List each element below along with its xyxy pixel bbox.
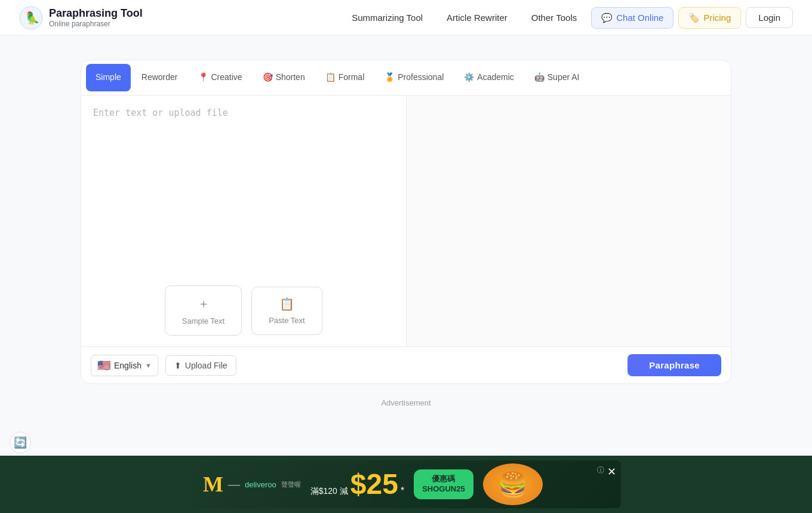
- sample-text-button[interactable]: ＋ Sample Text: [165, 285, 242, 336]
- tab-shorten[interactable]: 🎯 Shorten: [253, 64, 315, 91]
- advertisement-section: Advertisement: [81, 384, 731, 422]
- nav-other-tools[interactable]: Other Tools: [522, 8, 586, 27]
- shorten-icon: 🎯: [263, 72, 273, 82]
- sample-text-label: Sample Text: [182, 317, 224, 325]
- nav-article-rewriter[interactable]: Article Rewriter: [437, 8, 517, 27]
- ad-promo-suffix: *: [401, 486, 404, 496]
- editor-left-panel: ＋ Sample Text 📋 Paste Text: [81, 96, 407, 346]
- tab-creative-label: Creative: [211, 72, 242, 82]
- tab-simple[interactable]: Simple: [86, 64, 131, 91]
- tab-reworder-label: Reworder: [142, 72, 178, 82]
- creative-icon: 📍: [198, 72, 208, 82]
- tab-super-ai[interactable]: 🤖 Super AI: [525, 64, 589, 91]
- super-ai-icon: 🤖: [534, 72, 545, 82]
- tabs-bar: Simple Reworder 📍 Creative 🎯 Shorten 📋 F…: [81, 60, 731, 96]
- nav-summarizing-tool[interactable]: Summarizing Tool: [342, 8, 432, 27]
- tab-simple-label: Simple: [96, 72, 121, 82]
- tab-formal[interactable]: 📋 Formal: [316, 64, 374, 91]
- nav-login-button[interactable]: Login: [746, 7, 793, 28]
- bottom-floating-icon[interactable]: 🔄: [10, 432, 31, 453]
- ad-content: ⓘ ✕ M — deliveroo 聲聲喔 滿$120 減 $25 * 優惠碼 …: [191, 460, 621, 508]
- clipboard-icon: 📋: [279, 297, 294, 311]
- ad-food-image: 🍔: [483, 463, 543, 505]
- formal-icon: 📋: [325, 72, 336, 82]
- upload-label: Upload File: [185, 361, 227, 370]
- tab-formal-label: Formal: [339, 72, 365, 82]
- professional-icon: 🏅: [385, 72, 395, 82]
- tab-creative[interactable]: 📍 Creative: [189, 64, 252, 91]
- header-nav: Summarizing Tool Article Rewriter Other …: [342, 7, 793, 29]
- ad-mcdonalds: M — deliveroo 聲聲喔 滿$120 減 $25 * 優惠碼 SHOG…: [203, 463, 609, 505]
- editor-action-buttons: ＋ Sample Text 📋 Paste Text: [81, 275, 406, 346]
- upload-icon: ⬆: [174, 361, 182, 370]
- pricing-icon: 🏷️: [688, 13, 700, 23]
- nav-pricing-button[interactable]: 🏷️ Pricing: [678, 7, 741, 29]
- deliveroo-text: deliveroo: [245, 480, 276, 489]
- paraphrase-button[interactable]: Paraphrase: [628, 354, 721, 376]
- editor-area: ＋ Sample Text 📋 Paste Text: [81, 96, 731, 346]
- ad-promo-prefix: 滿$120 減: [310, 486, 348, 497]
- ad-promo-amount: $25: [350, 470, 398, 499]
- ad-close-button[interactable]: ✕: [607, 465, 616, 478]
- tab-academic-label: Academic: [477, 72, 513, 82]
- logo-icon: 🦜: [19, 6, 43, 30]
- editor-right-panel: [407, 96, 731, 346]
- tab-reworder[interactable]: Reworder: [132, 64, 187, 91]
- mcdonalds-logo: M: [203, 472, 223, 497]
- logo-title: Paraphrasing Tool: [49, 7, 143, 20]
- logo-link[interactable]: 🦜 Paraphrasing Tool Online paraphraser: [19, 6, 143, 30]
- separator: —: [228, 478, 240, 492]
- svg-text:🦜: 🦜: [25, 11, 40, 25]
- chat-online-label: Chat Online: [616, 13, 663, 23]
- coupon-code: SHOGUN25: [422, 484, 465, 494]
- ad-info-icon[interactable]: ⓘ: [597, 465, 604, 475]
- academic-icon: ⚙️: [464, 72, 474, 82]
- flag-icon: 🇺🇸: [97, 359, 110, 372]
- ad-promo-text: 滿$120 減 $25 *: [310, 470, 404, 499]
- ad-banner: ⓘ ✕ M — deliveroo 聲聲喔 滿$120 減 $25 * 優惠碼 …: [0, 456, 812, 513]
- chat-icon: 💬: [601, 13, 613, 23]
- language-selector[interactable]: 🇺🇸 English ▼: [91, 355, 158, 376]
- coupon-line1: 優惠碼: [422, 474, 465, 484]
- paste-text-button[interactable]: 📋 Paste Text: [251, 287, 322, 335]
- paste-text-label: Paste Text: [269, 316, 304, 325]
- partner-text: 聲聲喔: [281, 480, 301, 489]
- tab-professional-label: Professional: [398, 72, 444, 82]
- logo-subtitle: Online paraphraser: [49, 20, 143, 28]
- pricing-label: Pricing: [703, 13, 731, 23]
- tab-shorten-label: Shorten: [276, 72, 305, 82]
- language-label: English: [114, 361, 142, 370]
- tool-card: Simple Reworder 📍 Creative 🎯 Shorten 📋 F…: [81, 60, 731, 384]
- main-content: Simple Reworder 📍 Creative 🎯 Shorten 📋 F…: [0, 36, 812, 434]
- advertisement-label: Advertisement: [81, 398, 731, 407]
- nav-chat-online-button[interactable]: 💬 Chat Online: [591, 7, 673, 29]
- text-input[interactable]: [81, 96, 406, 275]
- tab-professional[interactable]: 🏅 Professional: [375, 64, 453, 91]
- tab-academic[interactable]: ⚙️ Academic: [454, 64, 523, 91]
- plus-icon: ＋: [198, 296, 210, 312]
- chevron-down-icon: ▼: [145, 362, 152, 369]
- ad-coupon-badge: 優惠碼 SHOGUN25: [414, 469, 473, 499]
- upload-file-button[interactable]: ⬆ Upload File: [165, 355, 236, 376]
- ad-logos: M — deliveroo 聲聲喔: [203, 472, 301, 497]
- tab-super-ai-label: Super AI: [548, 72, 580, 82]
- editor-bottom-bar: 🇺🇸 English ▼ ⬆ Upload File Paraphrase: [81, 346, 731, 383]
- header: 🦜 Paraphrasing Tool Online paraphraser S…: [0, 0, 812, 36]
